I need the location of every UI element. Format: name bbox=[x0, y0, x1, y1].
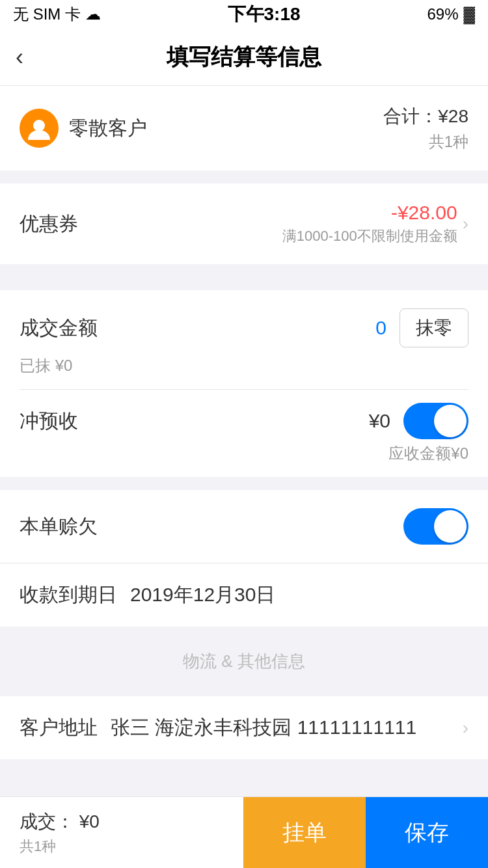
flush-prepaid-row: 冲预收 ¥0 应收金额¥0 bbox=[0, 390, 488, 477]
coupon-label: 优惠券 bbox=[20, 211, 78, 237]
address-chevron-icon: › bbox=[463, 718, 468, 739]
transaction-right: 0 抹零 bbox=[360, 308, 468, 347]
coupon-right: -¥28.00 满1000-100不限制使用金额 › bbox=[282, 202, 468, 246]
battery-icon: ▓ bbox=[463, 5, 475, 23]
status-left: 无 SIM 卡 ☁ bbox=[13, 4, 101, 25]
main-content: 零散客户 合计：¥28 共1种 优惠券 -¥28.00 满1000-100不限制… bbox=[0, 86, 488, 868]
status-time: 下午3:18 bbox=[228, 2, 301, 27]
back-button[interactable]: ‹ bbox=[16, 44, 23, 71]
bottom-left: 成交： ¥0 共1种 bbox=[0, 809, 243, 856]
transaction-sub: 已抹 ¥0 bbox=[0, 355, 488, 389]
bottom-deal-amount: ¥0 bbox=[79, 811, 100, 832]
bottom-deal-label: 成交： bbox=[20, 811, 74, 832]
status-bar: 无 SIM 卡 ☁ 下午3:18 69% ▓ bbox=[0, 0, 488, 29]
date-label: 收款到期日 bbox=[20, 582, 117, 608]
flush-amount: ¥0 bbox=[369, 410, 390, 432]
section-gap-3 bbox=[0, 627, 488, 640]
bottom-bar: 成交： ¥0 共1种 挂单 保存 bbox=[0, 796, 488, 868]
chevron-right-icon: › bbox=[463, 213, 468, 234]
transaction-amount-row: 成交金额 0 抹零 bbox=[0, 290, 488, 366]
toggle-knob bbox=[434, 405, 467, 437]
coupon-info: -¥28.00 满1000-100不限制使用金额 bbox=[282, 202, 457, 246]
coupon-card[interactable]: 优惠券 -¥28.00 满1000-100不限制使用金额 › bbox=[0, 183, 488, 264]
form-section-1: 成交金额 0 抹零 已抹 ¥0 冲预收 ¥0 应收金额¥0 bbox=[0, 290, 488, 477]
transaction-label: 成交金额 bbox=[20, 315, 98, 342]
flush-toggle[interactable] bbox=[403, 403, 468, 439]
flush-top: 冲预收 ¥0 bbox=[20, 403, 468, 439]
form-section-2: 本单赊欠 收款到期日 2019年12月30日 bbox=[0, 490, 488, 627]
transaction-value: 0 bbox=[360, 317, 386, 339]
coupon-discount: -¥28.00 bbox=[282, 202, 457, 224]
svg-point-0 bbox=[33, 120, 45, 131]
section-gap-1 bbox=[0, 277, 488, 290]
flush-amount-toggle: ¥0 bbox=[369, 403, 468, 439]
address-value: 张三 海淀永丰科技园 11111111111 bbox=[111, 714, 463, 741]
address-row[interactable]: 客户地址 张三 海淀永丰科技园 11111111111 › bbox=[0, 696, 488, 759]
flush-label: 冲预收 bbox=[20, 408, 78, 435]
section-gap-2 bbox=[0, 477, 488, 490]
debt-toggle-knob bbox=[434, 510, 467, 543]
debt-toggle[interactable] bbox=[403, 508, 468, 545]
customer-right: 合计：¥28 共1种 bbox=[383, 104, 468, 152]
date-row: 收款到期日 2019年12月30日 bbox=[0, 563, 488, 627]
status-right: 69% ▓ bbox=[427, 5, 475, 23]
customer-left: 零散客户 bbox=[20, 109, 147, 148]
address-label: 客户地址 bbox=[20, 714, 98, 741]
debt-label: 本单赊欠 bbox=[20, 513, 98, 540]
round-zero-button[interactable]: 抹零 bbox=[400, 308, 468, 347]
debt-row: 本单赊欠 bbox=[0, 490, 488, 563]
page-title: 填写结算等信息 bbox=[167, 42, 321, 72]
customer-card: 零散客户 合计：¥28 共1种 bbox=[0, 86, 488, 170]
flush-sub: 应收金额¥0 bbox=[20, 443, 468, 464]
customer-row: 零散客户 合计：¥28 共1种 bbox=[0, 86, 488, 170]
section-gap-4 bbox=[0, 683, 488, 696]
nav-bar: ‹ 填写结算等信息 bbox=[0, 29, 488, 86]
coupon-row[interactable]: 优惠券 -¥28.00 满1000-100不限制使用金额 › bbox=[0, 183, 488, 264]
logistics-label: 物流 & 其他信息 bbox=[183, 651, 305, 671]
battery-indicator: 69% bbox=[427, 5, 458, 23]
bottom-deal: 成交： ¥0 bbox=[20, 809, 224, 834]
customer-avatar bbox=[20, 109, 59, 148]
bottom-count: 共1种 bbox=[20, 837, 224, 856]
save-button[interactable]: 保存 bbox=[366, 797, 488, 869]
logistics-divider: 物流 & 其他信息 bbox=[0, 640, 488, 683]
sim-indicator: 无 SIM 卡 ☁ bbox=[13, 4, 101, 25]
customer-total: 合计：¥28 bbox=[383, 104, 468, 129]
date-value: 2019年12月30日 bbox=[130, 582, 275, 608]
hang-order-button[interactable]: 挂单 bbox=[243, 797, 366, 869]
customer-count: 共1种 bbox=[383, 131, 468, 152]
customer-name: 零散客户 bbox=[69, 115, 147, 142]
address-right: › bbox=[463, 718, 468, 739]
coupon-desc: 满1000-100不限制使用金额 bbox=[282, 226, 457, 246]
